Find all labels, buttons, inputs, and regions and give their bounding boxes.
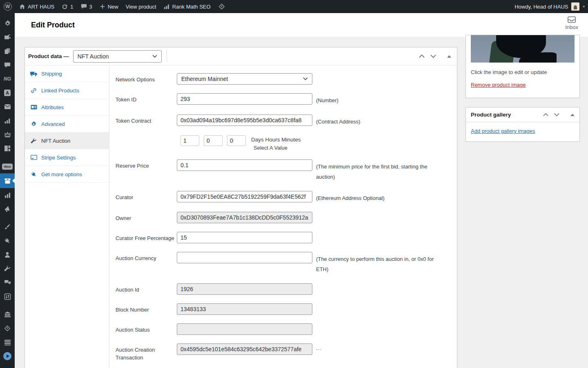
move-down-icon[interactable] xyxy=(554,113,560,117)
sidebar-item-crown[interactable] xyxy=(0,128,15,141)
field-label: Curator xyxy=(116,191,177,202)
sidebar-item-list[interactable] xyxy=(0,335,15,349)
sidebar-item-video[interactable] xyxy=(0,349,15,363)
attributes-card-icon xyxy=(30,105,37,110)
adminbar-new[interactable]: New xyxy=(96,0,122,13)
auction-currency-input[interactable] xyxy=(177,252,312,263)
sidebar-item-products[interactable] xyxy=(0,173,15,188)
remove-product-image-link[interactable]: Remove product image xyxy=(471,82,526,88)
sidebar-item-rank-math[interactable] xyxy=(0,114,15,128)
network-options-select[interactable]: Ethereum Mainnet xyxy=(177,73,312,85)
sidebar-item-marketing[interactable] xyxy=(0,202,15,216)
comments-count: 3 xyxy=(89,4,92,10)
adminbar-view-product[interactable]: View product xyxy=(122,0,160,13)
field-row-auction-currency: Auction Currency (The currency to perfor… xyxy=(116,252,457,274)
users-icon xyxy=(4,251,11,258)
product-type-select[interactable]: NFT Auction xyxy=(73,50,162,63)
field-row-curator-free-percentage: Curator Free Percentage xyxy=(116,232,457,243)
sidebar-item-mail[interactable] xyxy=(0,100,15,114)
product-data-title: Product data — xyxy=(28,53,69,59)
adminbar-comments[interactable]: 3 xyxy=(77,0,96,13)
sidebar-item-pages[interactable] xyxy=(0,44,15,58)
reserve-price-input[interactable] xyxy=(177,159,312,171)
field-row-auction-id: Auction Id xyxy=(116,283,457,295)
inbox-button[interactable]: Inbox xyxy=(565,16,578,30)
sidebar-item-chat[interactable] xyxy=(0,276,15,289)
adminbar-diamond[interactable] xyxy=(214,0,229,13)
analytics-icon xyxy=(4,192,11,198)
sidebar-item-nextgen-gallery[interactable]: NG xyxy=(0,72,15,86)
tab-stripe-settings[interactable]: Stripe Settings xyxy=(25,149,109,166)
toggle-panel-icon[interactable] xyxy=(447,55,451,58)
field-label xyxy=(116,135,177,138)
chat-icon xyxy=(4,280,11,286)
add-gallery-images-link[interactable]: Add product gallery images xyxy=(471,128,535,134)
tab-nft-auction[interactable]: NFT Auction xyxy=(25,132,109,149)
tab-advanced[interactable]: Advanced xyxy=(25,116,109,132)
paintbrush-icon xyxy=(4,224,11,230)
sidebar-item-layout[interactable] xyxy=(0,141,15,155)
chevron-down-icon: ▾ xyxy=(583,4,585,9)
token-contract-input[interactable] xyxy=(177,114,312,126)
adminbar-updates[interactable]: 1 xyxy=(58,0,77,13)
howdy-greeting[interactable]: Howdy, Head of HAUS xyxy=(514,4,568,10)
field-row-token-contract: Token Contract (Contract Address) xyxy=(116,114,457,127)
field-label: Reserve Price xyxy=(116,159,177,170)
field-label: Curator Free Percentage xyxy=(116,232,177,242)
bank-icon xyxy=(4,311,11,318)
adminbar-site-link[interactable]: ART HAUS xyxy=(16,0,58,13)
sidebar-item-bank[interactable] xyxy=(0,307,15,321)
duration-hours-input[interactable] xyxy=(204,135,223,146)
move-up-icon[interactable] xyxy=(419,54,425,58)
product-data-tabs: Shipping Linked Products Attributes Adva… xyxy=(25,65,109,368)
owner-input xyxy=(177,212,312,223)
field-row-reserve-price: Reserve Price (The minimum price for the… xyxy=(116,159,457,182)
new-label: New xyxy=(108,4,118,10)
product-gallery-title: Product gallery xyxy=(471,112,511,118)
sidebar-item-appearance[interactable] xyxy=(0,220,15,234)
nextgen-gallery-icon: NG xyxy=(4,76,11,82)
tab-linked-products[interactable]: Linked Products xyxy=(25,82,109,99)
avatar[interactable] xyxy=(571,2,579,11)
auction-creation-transaction-input xyxy=(177,343,312,355)
sidebar-item-plugins[interactable] xyxy=(0,234,15,248)
sidebar-item-letter-a[interactable]: A xyxy=(0,86,15,100)
sidebar-item-sliders[interactable] xyxy=(0,289,15,303)
page-header: Edit Product Inbox xyxy=(15,13,588,37)
inbox-icon xyxy=(567,16,576,23)
seo-chart-icon xyxy=(4,118,11,124)
tab-shipping[interactable]: Shipping xyxy=(25,65,109,82)
wordpress-logo-icon: W xyxy=(4,2,12,11)
sidebar-item-tools[interactable] xyxy=(0,262,15,276)
tab-attributes[interactable]: Attributes xyxy=(25,99,109,116)
toggle-panel-icon[interactable] xyxy=(570,114,575,116)
curator-input[interactable] xyxy=(177,191,312,202)
product-data-header: Product data — NFT Auction xyxy=(25,47,457,65)
sidebar-item-analytics[interactable] xyxy=(0,188,15,202)
move-up-icon[interactable] xyxy=(543,113,549,117)
sidebar-item-media[interactable] xyxy=(0,30,15,44)
product-image[interactable] xyxy=(471,35,575,63)
tab-get-more-options[interactable]: Get more options xyxy=(25,166,109,183)
adminbar-rank-math[interactable]: Rank Math SEO xyxy=(160,0,214,13)
wordpress-logo[interactable]: W xyxy=(0,0,16,13)
duration-days-input[interactable] xyxy=(180,135,199,146)
duration-minutes-input[interactable] xyxy=(227,135,246,146)
field-row-duration: Days Hours Minutes Select A Value xyxy=(116,135,457,151)
sidebar-item-woocommerce[interactable]: Woo xyxy=(0,159,15,173)
move-down-icon[interactable] xyxy=(430,54,437,58)
token-id-input[interactable] xyxy=(177,93,312,105)
admin-bar: W ART HAUS 1 3 New View product Rank Mat… xyxy=(0,0,588,13)
field-label: Network Options xyxy=(116,73,177,84)
field-hint: (Ethereum Address Optional) xyxy=(316,191,446,204)
gear-icon xyxy=(30,121,37,127)
woocommerce-icon: Woo xyxy=(2,164,12,170)
curator-free-percentage-input[interactable] xyxy=(177,232,312,243)
sidebar-item-users[interactable] xyxy=(0,248,15,262)
sidebar-item-comments[interactable] xyxy=(0,58,15,72)
sidebar-item-diamond[interactable] xyxy=(0,321,15,335)
sidebar-item-settings[interactable] xyxy=(0,16,15,30)
page-title: Edit Product xyxy=(31,21,75,29)
chevron-down-icon xyxy=(152,55,157,58)
field-row-network-options: Network Options Ethereum Mainnet xyxy=(116,73,457,85)
